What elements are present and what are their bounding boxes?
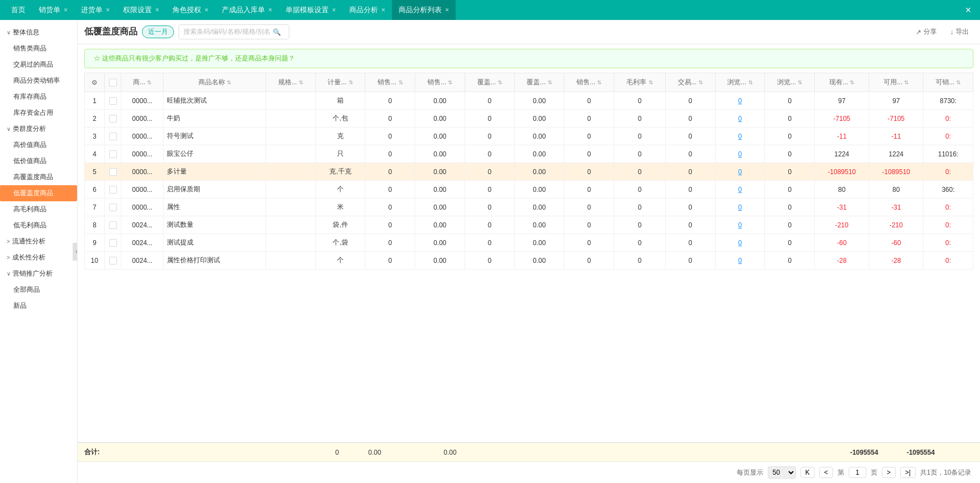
row-select-checkbox[interactable] [109, 204, 117, 211]
row-checkbox[interactable] [105, 252, 121, 270]
nav-close-template-settings[interactable]: × [332, 6, 336, 14]
col-saleable[interactable]: 可销... ⇅ [923, 73, 973, 92]
sidebar-item-low-value[interactable]: 低价值商品 [0, 153, 77, 169]
row-browse1[interactable]: 0 [715, 199, 765, 216]
page-input[interactable] [849, 467, 866, 478]
sidebar-item-low-margin[interactable]: 低毛利商品 [0, 217, 77, 233]
col-available-stock[interactable]: 可用... ⇅ [869, 73, 923, 92]
row-checkbox[interactable] [105, 234, 121, 252]
select-all-checkbox[interactable] [109, 79, 117, 87]
nav-template-settings[interactable]: 单据模板设置 × [279, 0, 343, 20]
row-checkbox[interactable] [105, 110, 121, 128]
col-trade[interactable]: 交易... ⇅ [665, 73, 715, 92]
row-browse1[interactable]: 0 [715, 110, 765, 128]
sidebar-section-cluster[interactable]: ∨ 类群度分析 [0, 121, 77, 137]
sidebar-section-growth[interactable]: > 成长性分析 [0, 250, 77, 266]
nav-sales-order[interactable]: 销货单 × [32, 0, 74, 20]
row-checkbox[interactable] [105, 145, 121, 163]
export-btn[interactable]: ↓ 导出 [946, 25, 973, 39]
row-select-checkbox[interactable] [109, 186, 117, 194]
col-current-stock[interactable]: 现有... ⇅ [815, 73, 869, 92]
sidebar-section-circulation[interactable]: > 流通性分析 [0, 233, 77, 250]
col-cover1[interactable]: 覆盖... ⇅ [465, 73, 514, 92]
col-cover2[interactable]: 覆盖... ⇅ [514, 73, 564, 92]
sidebar-item-stock-capital[interactable]: 库存资金占用 [0, 105, 77, 121]
sidebar-item-traded-goods[interactable]: 交易过的商品 [0, 57, 77, 73]
first-page-btn[interactable]: K [800, 467, 815, 478]
row-browse1[interactable]: 0 [715, 181, 765, 199]
col-sales3[interactable]: 销售... ⇅ [564, 73, 614, 92]
col-spec[interactable]: 规格... ⇅ [266, 73, 316, 92]
page-size-select[interactable]: 50 100 200 [768, 466, 796, 479]
window-close-btn[interactable]: × [961, 4, 976, 16]
col-sales-amt[interactable]: 销售... ⇅ [415, 73, 465, 92]
next-page-btn[interactable]: > [882, 467, 896, 478]
col-unit[interactable]: 计量... ⇅ [315, 73, 365, 92]
row-browse1[interactable]: 0 [715, 234, 765, 252]
row-checkbox[interactable] [105, 163, 121, 181]
search-icon[interactable]: 🔍 [273, 28, 281, 36]
sidebar-item-low-coverage[interactable]: 低覆盖度商品 [0, 185, 77, 201]
filter-recent-month-btn[interactable]: 近一月 [142, 26, 174, 38]
col-browse2[interactable]: 浏览... ⇅ [765, 73, 815, 92]
nav-close-product-analysis-list[interactable]: × [445, 6, 449, 14]
row-checkbox[interactable] [105, 199, 121, 216]
nav-close-product-inbound[interactable]: × [268, 6, 272, 14]
sidebar-item-stocked-goods[interactable]: 有库存商品 [0, 89, 77, 105]
nav-close-purchase-order[interactable]: × [106, 6, 110, 14]
row-checkbox[interactable] [105, 128, 121, 145]
row-code: 0000... [121, 199, 164, 216]
table-wrapper[interactable]: ⚙ 商... ⇅ 商品名称 ⇅ 规格... ⇅ 计量... ⇅ 销售... ⇅ … [78, 73, 980, 442]
last-page-btn[interactable]: >| [900, 467, 916, 478]
col-gross-rate[interactable]: 毛利率 ⇅ [614, 73, 666, 92]
sidebar-item-high-value[interactable]: 高价值商品 [0, 137, 77, 153]
row-browse1[interactable]: 0 [715, 128, 765, 145]
nav-product-analysis[interactable]: 商品分析 × [343, 0, 392, 20]
sidebar-section-overview[interactable]: ∨ 整体信息 [0, 24, 77, 40]
row-select-checkbox[interactable] [109, 133, 117, 140]
nav-permission[interactable]: 权限设置 × [116, 0, 166, 20]
row-browse1[interactable]: 0 [715, 92, 765, 110]
col-settings[interactable]: ⚙ [85, 73, 105, 92]
row-browse1[interactable]: 0 [715, 216, 765, 234]
sidebar-item-high-margin[interactable]: 高毛利商品 [0, 201, 77, 217]
row-select-checkbox[interactable] [109, 257, 117, 265]
nav-home[interactable]: 首页 [4, 0, 32, 20]
search-box[interactable]: 搜索条码/编码/名称/规格/别名 🔍 [178, 24, 289, 39]
nav-role-auth[interactable]: 角色授权 × [166, 0, 215, 20]
nav-product-inbound[interactable]: 产成品入库单 × [215, 0, 279, 20]
sidebar-item-all-goods[interactable]: 全部商品 [0, 282, 77, 298]
col-code[interactable]: 商... ⇅ [121, 73, 164, 92]
col-sales-qty[interactable]: 销售... ⇅ [365, 73, 415, 92]
nav-close-permission[interactable]: × [155, 6, 159, 14]
row-select-checkbox[interactable] [109, 97, 117, 105]
row-browse1[interactable]: 0 [715, 163, 765, 181]
col-browse1[interactable]: 浏览... ⇅ [715, 73, 765, 92]
row-checkbox[interactable] [105, 216, 121, 234]
sidebar-item-high-coverage[interactable]: 高覆盖度商品 [0, 169, 77, 185]
row-select-checkbox[interactable] [109, 221, 117, 229]
row-checkbox[interactable] [105, 92, 121, 110]
prev-page-btn[interactable]: < [819, 467, 833, 478]
row-browse1[interactable]: 0 [715, 252, 765, 270]
sidebar-collapse-btn[interactable]: « [73, 243, 78, 261]
sidebar-item-category-rate[interactable]: 商品分类动销率 [0, 73, 77, 89]
share-btn[interactable]: ↗ 分享 [911, 25, 941, 39]
sidebar-item-new-goods[interactable]: 新品 [0, 298, 77, 314]
row-checkbox[interactable] [105, 181, 121, 199]
nav-purchase-order[interactable]: 进货单 × [74, 0, 116, 20]
sidebar-item-sales-goods[interactable]: 销售类商品 [0, 40, 77, 57]
row-browse1[interactable]: 0 [715, 145, 765, 163]
col-checkbox[interactable] [105, 73, 121, 92]
sidebar-section-marketing[interactable]: ∨ 营销推广分析 [0, 266, 77, 282]
row-select-checkbox[interactable] [109, 115, 117, 123]
gear-icon[interactable]: ⚙ [91, 79, 98, 87]
row-select-checkbox[interactable] [109, 239, 117, 247]
nav-close-sales-order[interactable]: × [64, 6, 68, 14]
row-select-checkbox[interactable] [109, 168, 117, 176]
row-select-checkbox[interactable] [109, 150, 117, 158]
nav-product-analysis-list[interactable]: 商品分析列表 × [392, 0, 456, 20]
nav-close-role-auth[interactable]: × [205, 6, 208, 14]
nav-close-product-analysis[interactable]: × [381, 6, 385, 14]
col-name[interactable]: 商品名称 ⇅ [164, 73, 266, 92]
